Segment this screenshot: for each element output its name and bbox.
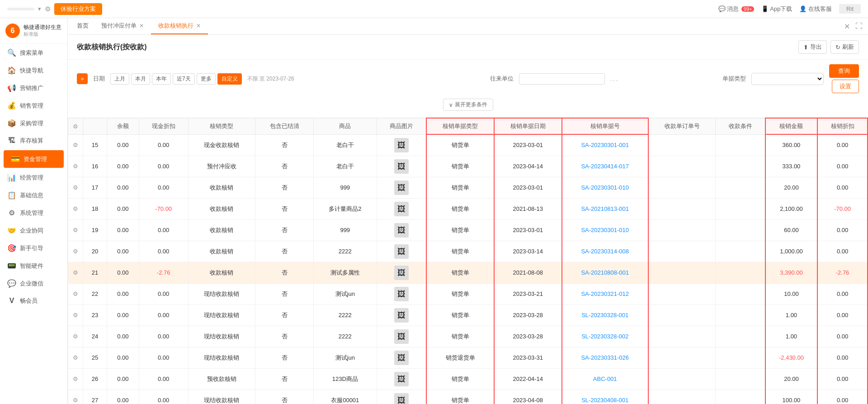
th-settings[interactable]: ⚙ [68, 118, 83, 134]
row-settings-icon[interactable]: ⚙ [73, 375, 78, 382]
tab-collection[interactable]: 收款核销执行 ✕ [151, 18, 208, 34]
row-settings-icon[interactable]: ⚙ [73, 312, 78, 318]
tab-close-all-btn[interactable]: ✕ [842, 20, 852, 33]
tab-home[interactable]: 首页 [71, 18, 94, 34]
sidebar-item-marketing[interactable]: 📢 营销推广 [0, 79, 67, 97]
td-cell: 销货退货单 [426, 347, 494, 368]
td-cell[interactable]: SA-20230301-010 [562, 177, 648, 198]
sidebar-item-guide[interactable]: 🎯 新手引导 [0, 239, 67, 257]
td-cell: 999 [313, 219, 377, 241]
table-row: ⚙250.000.00现结收款核销否测试jun🖼销货退货单2023-03-31S… [68, 347, 868, 368]
sidebar-item-label: 采购管理 [20, 119, 43, 128]
td-cell: 1,000.00 [765, 241, 817, 262]
td-cell[interactable]: SA-20210813-001 [562, 198, 648, 219]
td-cell[interactable]: SA-20230314-008 [562, 241, 648, 262]
row-settings-icon[interactable]: ⚙ [73, 163, 78, 170]
td-cell: 3,390.00 [765, 262, 817, 283]
tab-prepay[interactable]: 预付冲应付单 ✕ [94, 18, 151, 34]
sidebar-item-finance[interactable]: 💳 资金管理 [4, 150, 64, 168]
chevron-down-icon: ∨ [449, 102, 453, 108]
td-cell[interactable]: SA-20210808-001 [562, 262, 648, 283]
row-settings-icon[interactable]: ⚙ [73, 354, 78, 361]
sidebar-item-inventory[interactable]: 🏗 库存核算 [0, 132, 67, 149]
tab-expand-btn[interactable]: ⛶ [854, 20, 864, 33]
td-settings: ⚙ [68, 156, 83, 177]
td-cell: 销货单 [426, 283, 494, 304]
td-cell: 否 [255, 390, 314, 404]
row-settings-icon[interactable]: ⚙ [73, 142, 78, 148]
sidebar-item-search[interactable]: 🔍 搜索菜单 [0, 44, 67, 62]
row-settings-icon[interactable]: ⚙ [73, 333, 78, 340]
voucher-type-select[interactable] [751, 73, 824, 85]
td-cell: 0.00 [817, 326, 868, 347]
row-settings-icon[interactable]: ⚙ [73, 184, 78, 191]
td-settings: ⚙ [68, 198, 83, 219]
app-download-btn[interactable]: 📱 App下载 [761, 5, 792, 13]
td-cell[interactable]: SL-20230328-001 [562, 304, 648, 326]
date-btn-7days[interactable]: 近7天 [173, 73, 195, 85]
refresh-btn[interactable]: ↻ 刷新 [830, 40, 859, 54]
query-btn[interactable]: 查询 [829, 64, 859, 78]
td-cell: 0.00 [817, 304, 868, 326]
row-settings-icon[interactable]: ⚙ [73, 227, 78, 233]
tab-collection-close[interactable]: ✕ [196, 23, 201, 29]
settings-btn[interactable]: 设置 [832, 80, 859, 93]
td-cell[interactable]: SL-20230408-001 [562, 390, 648, 404]
td-settings: ⚙ [68, 219, 83, 241]
date-btn-last-month[interactable]: 上月 [110, 73, 129, 85]
messages-btn[interactable]: 💬 消息 99+ [718, 5, 755, 13]
expand-btn[interactable]: » [77, 73, 88, 84]
logo-icon: 6 [5, 24, 20, 38]
td-cell[interactable]: SA-20230321-012 [562, 283, 648, 304]
online-service-btn[interactable]: 👤 在线客服 [799, 5, 832, 13]
tab-prepay-close[interactable]: ✕ [139, 23, 144, 29]
chevron-down-icon[interactable]: ▾ [38, 5, 41, 12]
export-btn[interactable]: ⬆ 导出 [798, 40, 827, 54]
td-cell[interactable]: SA-20230301-010 [562, 219, 648, 241]
date-btn-more[interactable]: 更多 [197, 73, 216, 85]
td-cell[interactable]: SL-20230328-002 [562, 326, 648, 347]
td-cell: 🖼 [377, 390, 426, 404]
td-cell[interactable]: ABC-001 [562, 368, 648, 390]
sidebar-item-sales[interactable]: 💰 销售管理 [0, 97, 67, 114]
industry-btn[interactable]: 休验行业方案 [54, 3, 102, 15]
row-settings-icon[interactable]: ⚙ [73, 397, 78, 404]
td-cell[interactable]: SA-20230331-026 [562, 347, 648, 368]
td-cell: 0.00 [817, 156, 868, 177]
export-label: 导出 [810, 43, 822, 51]
td-cell: 否 [255, 156, 314, 177]
td-cell[interactable]: SA-20230301-001 [562, 134, 648, 156]
date-btn-this-month[interactable]: 本月 [131, 73, 150, 85]
expand-conditions-btn[interactable]: ∨ 展开更多条件 [443, 99, 493, 111]
counterpart-input[interactable] [519, 73, 605, 85]
table-row: ⚙260.000.00预收款核销否123D商品🖼销货单2022-04-14ABC… [68, 368, 868, 390]
sidebar-item-quick-nav[interactable]: 🏠 快捷导航 [0, 62, 67, 79]
dots: ... [610, 76, 619, 82]
row-settings-icon[interactable]: ⚙ [73, 205, 78, 212]
td-cell: 0.00 [139, 219, 188, 241]
home-icon: 🏠 [7, 66, 16, 75]
sidebar-item-purchase[interactable]: 📦 采购管理 [0, 114, 67, 132]
sidebar-item-system[interactable]: ⚙ 系统管理 [0, 204, 67, 222]
td-cell: 0.00 [107, 368, 139, 390]
sidebar-item-hardware[interactable]: 📟 智能硬件 [0, 257, 67, 275]
date-btn-custom[interactable]: 自定义 [217, 73, 242, 85]
td-cell: 🖼 [377, 326, 426, 347]
sidebar-item-member[interactable]: V 畅会员 [0, 292, 67, 309]
td-cell [716, 304, 765, 326]
row-settings-icon[interactable]: ⚙ [73, 248, 78, 255]
sidebar-item-business[interactable]: 📊 经营管理 [0, 169, 67, 186]
gear-icon[interactable]: ⚙ [45, 5, 51, 13]
row-settings-icon[interactable]: ⚙ [73, 290, 78, 297]
sidebar-item-label: 营销推广 [20, 84, 43, 92]
table-container[interactable]: ⚙ 余额 现金折扣 核销类型 包含已结清 商品 商品图片 核销单据类型 核销单据… [68, 118, 868, 404]
row-settings-icon[interactable]: ⚙ [73, 269, 78, 276]
td-cell [716, 347, 765, 368]
sidebar-item-wechat[interactable]: 💬 企业微信 [0, 275, 67, 292]
sidebar-item-corp[interactable]: 🤝 企业协同 [0, 222, 67, 239]
column-settings-icon[interactable]: ⚙ [73, 123, 78, 130]
table-row: ⚙190.000.00收款核销否999🖼销货单2023-03-01SA-2023… [68, 219, 868, 241]
td-cell[interactable]: SA-20230414-017 [562, 156, 648, 177]
sidebar-item-basic[interactable]: 📋 基础信息 [0, 186, 67, 204]
date-btn-this-year[interactable]: 本年 [152, 73, 171, 85]
